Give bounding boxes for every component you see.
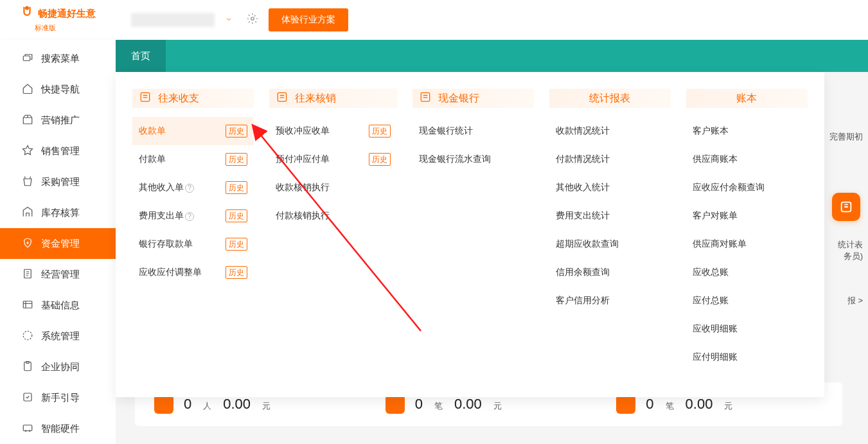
mega-item[interactable]: 费用支出统计 — [549, 202, 671, 230]
mega-item[interactable]: 付款情况统计 — [549, 145, 671, 173]
sidebar-item-7[interactable]: 经营管理 — [0, 259, 116, 290]
megamenu-funds: 往来收支收款单历史付款单历史其他收入单?历史费用支出单?历史银行存取款单历史应收… — [116, 72, 824, 397]
history-badge[interactable]: 历史 — [226, 209, 247, 222]
sidebar-label: 基础信息 — [41, 299, 80, 312]
sidebar-icon — [22, 206, 33, 220]
svg-rect-15 — [421, 93, 429, 101]
help-icon[interactable]: ? — [185, 184, 194, 193]
sidebar-item-5[interactable]: 库存核算 — [0, 197, 116, 228]
sidebar-icon — [22, 422, 33, 436]
history-badge[interactable]: 历史 — [369, 153, 391, 166]
svg-point-12 — [251, 17, 254, 21]
mega-item[interactable]: 付款核销执行 — [269, 202, 397, 230]
mega-item[interactable]: 银行存取款单历史 — [132, 230, 254, 258]
mega-item[interactable]: 应付明细账 — [686, 343, 808, 371]
sidebar-label: 营销推广 — [41, 114, 80, 127]
mega-item[interactable]: 应收明细账 — [686, 315, 808, 343]
help-icon[interactable]: ? — [185, 212, 194, 221]
mega-item[interactable]: 客户账本 — [686, 117, 808, 145]
sidebar-label: 资金管理 — [41, 238, 80, 250]
history-badge[interactable]: 历史 — [226, 125, 247, 138]
sidebar-item-3[interactable]: 销售管理 — [0, 136, 116, 166]
stat-group: 0人0.00元 — [154, 395, 361, 414]
sidebar-item-0[interactable]: 搜索菜单 — [0, 43, 116, 74]
mega-item[interactable]: 应收应付调整单历史 — [132, 258, 254, 287]
mega-item[interactable]: 应收总账 — [686, 258, 808, 287]
history-badge[interactable]: 历史 — [226, 266, 247, 279]
logo-text: 畅捷通好生意 — [38, 8, 96, 20]
sidebar-icon — [22, 268, 33, 281]
topbar: 体验行业方案 — [116, 0, 868, 40]
mega-item[interactable]: 供应商对账单 — [686, 230, 808, 258]
sidebar-item-1[interactable]: 快捷导航 — [0, 74, 116, 105]
mega-item[interactable]: 费用支出单?历史 — [132, 202, 254, 230]
mega-item[interactable]: 收款单历史 — [132, 117, 254, 145]
mega-item[interactable]: 收款情况统计 — [549, 117, 671, 145]
sidebar-item-9[interactable]: 系统管理 — [0, 321, 116, 351]
sidebar-item-4[interactable]: 采购管理 — [0, 166, 116, 197]
sidebar-icon — [22, 114, 33, 127]
stat-icon — [385, 395, 405, 414]
sidebar-item-11[interactable]: 新手引导 — [0, 382, 116, 413]
mega-col-header: 账本 — [686, 89, 808, 108]
mega-item[interactable]: 现金银行统计 — [412, 117, 534, 145]
sidebar-item-12[interactable]: 智能硬件 — [0, 413, 116, 444]
mega-item[interactable]: 供应商账本 — [686, 145, 808, 173]
history-badge[interactable]: 历史 — [369, 125, 391, 138]
sidebar-label: 新手引导 — [41, 392, 80, 404]
stat-icon — [154, 395, 173, 414]
gear-icon[interactable] — [243, 13, 262, 27]
sidebar-label: 采购管理 — [41, 176, 80, 188]
mega-item[interactable]: 付款单历史 — [132, 145, 254, 173]
svg-point-0 — [26, 7, 28, 10]
mega-item[interactable]: 应收应付余额查询 — [686, 173, 808, 202]
mega-item[interactable]: 现金银行流水查询 — [412, 145, 534, 173]
history-badge[interactable]: 历史 — [226, 153, 247, 166]
mega-item[interactable]: 信用余额查询 — [549, 258, 671, 287]
mega-item[interactable]: 客户对账单 — [686, 202, 808, 230]
mega-item[interactable]: 其他收入单?历史 — [132, 173, 254, 202]
tab-home[interactable]: 首页 — [116, 40, 166, 72]
history-badge[interactable]: 历史 — [226, 181, 247, 194]
sidebar-icon — [22, 391, 33, 405]
mega-item[interactable]: 预付冲应付单历史 — [269, 145, 397, 173]
mega-col-header: 往来核销 — [269, 89, 397, 108]
svg-rect-13 — [141, 93, 149, 101]
history-badge[interactable]: 历史 — [226, 238, 247, 251]
sidebar-icon — [22, 145, 33, 158]
section-icon — [419, 91, 432, 106]
logo-icon — [20, 5, 34, 22]
try-industry-plan-button[interactable]: 体验行业方案 — [269, 8, 348, 31]
sidebar-icon — [22, 330, 33, 343]
sidebar-label: 快捷导航 — [41, 84, 80, 96]
section-icon — [276, 91, 288, 106]
mega-item[interactable]: 超期应收款查询 — [549, 230, 671, 258]
floating-action-button[interactable] — [832, 193, 860, 221]
svg-rect-4 — [23, 301, 32, 308]
mega-item[interactable]: 预收冲应收单历史 — [269, 117, 397, 145]
sidebar-icon — [22, 237, 33, 251]
sidebar-label: 库存核算 — [41, 207, 80, 219]
mega-col-header: 往来收支 — [132, 89, 254, 108]
mega-col-header: 统计报表 — [549, 89, 671, 108]
sidebar-item-6[interactable]: 资金管理 — [0, 228, 116, 259]
mega-item[interactable]: 客户信用分析 — [549, 287, 671, 315]
logo-area: 畅捷通好生意 标准版 — [0, 0, 116, 38]
svg-rect-7 — [26, 361, 30, 363]
sidebar-item-8[interactable]: 基础信息 — [0, 290, 116, 321]
sidebar-icon — [22, 83, 33, 96]
sidebar-label: 企业协同 — [41, 361, 80, 373]
sidebar-item-2[interactable]: 营销推广 — [0, 105, 116, 136]
sidebar-label: 经营管理 — [41, 269, 80, 281]
sidebar-item-10[interactable]: 企业协同 — [0, 351, 116, 382]
sidebar-label: 系统管理 — [41, 330, 80, 342]
stat-group: 0笔0.00元 — [616, 395, 823, 414]
mega-item[interactable]: 应付总账 — [686, 287, 808, 315]
svg-rect-9 — [23, 425, 32, 431]
mega-item[interactable]: 收款核销执行 — [269, 173, 397, 202]
company-dropdown-icon[interactable] — [221, 15, 236, 25]
stat-group: 0笔0.00元 — [385, 395, 592, 414]
mega-item[interactable]: 其他收入统计 — [549, 173, 671, 202]
right-link-complete[interactable]: 完善期初 — [820, 131, 863, 143]
sidebar-label: 搜索菜单 — [41, 53, 80, 65]
